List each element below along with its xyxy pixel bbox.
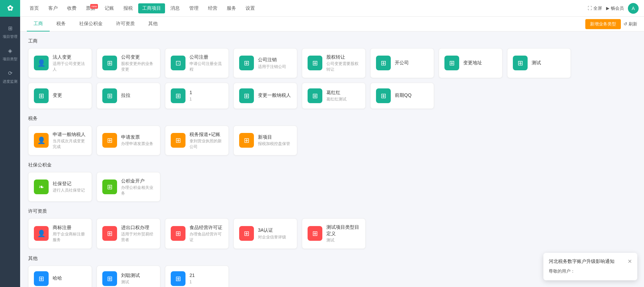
card-new-project[interactable]: ⊞ 新项目 报税加税控盘保管 — [233, 126, 297, 155]
vip-btn[interactable]: ▶ 畅会员 — [606, 5, 624, 11]
refresh-icon: ↺ — [624, 21, 627, 26]
card-title: 前期QQ — [395, 92, 428, 98]
new-badge: new — [90, 4, 98, 9]
card-equity-transfer[interactable]: ⊞ 股权转让 公司变更需要股权转让 — [302, 48, 366, 78]
card-icon-company-register: ⊡ — [171, 56, 185, 70]
card-change-taxpayer[interactable]: ⊞ 变更一般纳税人 — [233, 83, 297, 109]
card-title: 拉拉 — [121, 92, 155, 98]
fullscreen-icon: ⛶ — [588, 6, 592, 11]
card-tax-report[interactable]: ⊞ 税务报道+记账 拿到营业执照的新公司 — [165, 126, 229, 155]
tab-shebao[interactable]: 社保公积金 — [72, 17, 109, 31]
card-desc: 适用于对外贸易经营者 — [121, 231, 155, 243]
card-title: 食品经营许可证 — [190, 224, 223, 230]
card-title: 葛红红 — [326, 89, 360, 95]
card-import-export[interactable]: ⊞ 进出口权办理 适用于对外贸易经营者 — [97, 218, 160, 248]
nav-tickets[interactable]: 票据 new — [82, 3, 99, 13]
card-desc: 办理食品经营许可证 — [190, 231, 223, 243]
card-desc: 办理公积金相关业务 — [121, 185, 155, 196]
card-icon-shebao: ❧ — [34, 180, 49, 194]
card-liucong-test[interactable]: ⊞ 刘聪测试 测试 — [97, 266, 160, 287]
card-icon-taxpayer: ⊞ — [239, 88, 254, 103]
nav-settings[interactable]: 设置 — [241, 3, 259, 13]
card-icon-importexport: ⊞ — [102, 226, 117, 241]
card-3a-cert[interactable]: ⊞ 3A认证 对企业信誉评级 — [233, 218, 297, 248]
card-title: 税务报道+记账 — [190, 131, 223, 137]
card-apply-taxpayer[interactable]: 👤 申请一般纳税人 当月或次月成变更完成 — [28, 126, 92, 155]
card-legal-change[interactable]: 👤 法人变更 适用于公司变更法人 — [28, 48, 92, 78]
progress-icon: ⟳ — [5, 68, 15, 78]
card-one[interactable]: ⊞ 1 1 — [165, 83, 229, 109]
card-desc: 拿到营业执照的新公司 — [190, 138, 223, 150]
card-21[interactable]: ⊞ 21 1 — [165, 266, 229, 287]
card-icon-company-cancel: ⊞ — [239, 56, 254, 70]
page-wrapper: 工商 税务 社保公积金 许可资质 其他 新增业务类型 ↺ 刷新 工商 — [20, 17, 644, 287]
card-gehonghong[interactable]: ⊞ 葛红红 葛红红测试 — [302, 83, 366, 109]
tabs-bar: 工商 税务 社保公积金 许可资质 其他 新增业务类型 ↺ 刷新 — [20, 17, 644, 31]
nav-service[interactable]: 服务 — [223, 3, 240, 13]
app-logo[interactable]: ✿ — [0, 0, 20, 17]
section-title-gongshang: 工商 — [28, 38, 636, 44]
card-title: 公司注册 — [190, 54, 223, 60]
nav-industrial[interactable]: 工商项目 — [138, 3, 165, 13]
card-icon-address: ⊞ — [444, 56, 459, 70]
nav-items: 首页 客户 收费 票据 new 记账 报税 工商项目 消息 管理 经营 服务 设… — [25, 3, 588, 13]
nav-bookkeeping[interactable]: 记账 — [101, 3, 118, 13]
nav-tax[interactable]: 报税 — [119, 3, 137, 13]
card-qianqi-qq[interactable]: ⊞ 前期QQ — [370, 83, 434, 109]
card-icon-new-project: ⊞ — [239, 133, 254, 148]
card-food-license[interactable]: ⊞ 食品经营许可证 办理食品经营许可证 — [165, 218, 229, 248]
card-icon-tax-report: ⊞ — [171, 133, 185, 148]
refresh-button[interactable]: ↺ 刷新 — [624, 21, 637, 27]
nav-customer[interactable]: 客户 — [44, 3, 62, 13]
nav-message[interactable]: 消息 — [166, 3, 184, 13]
card-trademark[interactable]: 👤 商标注册 用于企业商标注册服务 — [28, 218, 92, 248]
tab-qita[interactable]: 其他 — [142, 17, 164, 31]
card-title: 变更地址 — [463, 60, 497, 66]
card-open-company[interactable]: ⊞ 开公司 — [370, 48, 434, 78]
card-company-register[interactable]: ⊡ 公司注册 申请公司注册全流程 — [165, 48, 229, 78]
sidebar-item-project-type[interactable]: ◈ 项目类型 — [0, 43, 20, 65]
card-desc: 对企业信誉评级 — [258, 234, 291, 240]
card-title: 开公司 — [395, 60, 428, 66]
card-icon-apply-taxpayer: 👤 — [34, 133, 49, 148]
card-desc: 1 — [190, 279, 223, 285]
nav-home[interactable]: 首页 — [25, 3, 43, 13]
user-avatar[interactable]: A — [628, 3, 639, 14]
tab-gongshang[interactable]: 工商 — [27, 17, 50, 31]
card-company-change[interactable]: ⊞ 公司变更 股权变更外的业务变更 — [97, 48, 160, 78]
card-icon-gjj: ⊞ — [102, 180, 117, 194]
card-test-type-def[interactable]: ⊞ 测试项目类型目定义 测试 — [302, 218, 366, 248]
nav-operation[interactable]: 经营 — [204, 3, 221, 13]
card-change-address[interactable]: ⊞ 变更地址 — [439, 48, 502, 78]
notification-popup: 河北税务数字账户升级影响通知 ✕ 尊敬的用户： — [543, 253, 637, 280]
tab-xuke[interactable]: 许可资质 — [109, 17, 142, 31]
nav-fees[interactable]: 收费 — [63, 3, 80, 13]
sidebar-item-progress[interactable]: ⟳ 进度监测 — [0, 65, 20, 87]
card-title: 申请发票 — [121, 134, 155, 140]
notification-body: 尊敬的用户： — [549, 268, 632, 275]
sidebar-item-project-manage[interactable]: ⊞ 项目管理 — [0, 20, 20, 43]
card-desc: 公司变更需要股权转让 — [326, 61, 360, 72]
card-icon-21: ⊞ — [171, 271, 185, 286]
card-icon-liucong: ⊞ — [102, 271, 117, 286]
project-type-icon: ◈ — [5, 46, 15, 55]
card-title: 法人变更 — [53, 54, 86, 60]
tab-shuiwu[interactable]: 税务 — [50, 17, 72, 31]
card-lala[interactable]: ⊞ 拉拉 — [97, 83, 160, 109]
card-change[interactable]: ⊞ 变更 — [28, 83, 92, 109]
notification-close-button[interactable]: ✕ — [628, 258, 632, 265]
card-test[interactable]: ⊞ 测试 — [507, 48, 571, 78]
new-type-button[interactable]: 新增业务类型 — [585, 19, 621, 29]
section-title-shuiwu: 税务 — [28, 116, 636, 122]
card-icon-company-change: ⊞ — [102, 56, 117, 70]
card-company-cancel[interactable]: ⊞ 公司注销 适用于注销公司 — [233, 48, 297, 78]
card-title: 新项目 — [258, 134, 291, 140]
card-desc: 报税加税控盘保管 — [258, 141, 291, 147]
top-nav-right: ⛶ 全屏 ▶ 畅会员 A — [588, 3, 639, 14]
card-apply-invoice[interactable]: ⊞ 申请发票 办理申请发票业务 — [97, 126, 160, 155]
card-gjj-open[interactable]: ⊞ 公积金开户 办理公积金相关业务 — [97, 172, 160, 202]
nav-manage[interactable]: 管理 — [185, 3, 203, 13]
card-haha[interactable]: ⊞ 哈哈 — [28, 266, 92, 287]
card-shebao-register[interactable]: ❧ 社保登记 进行人员社保登记 — [28, 172, 92, 202]
fullscreen-btn[interactable]: ⛶ 全屏 — [588, 5, 602, 11]
